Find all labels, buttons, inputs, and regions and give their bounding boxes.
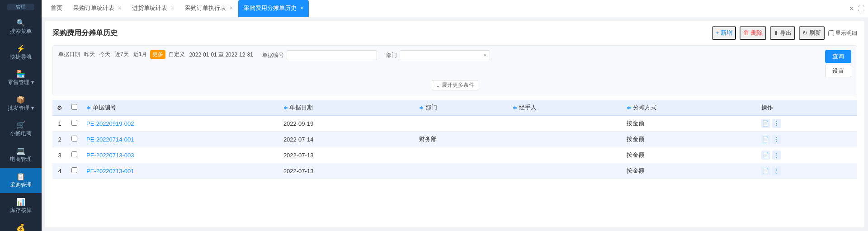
tab-close-icon[interactable]: × (300, 5, 303, 11)
page-title-row: 采购费用分摊单历史 + 新增 🗑 删除 ⬆ 导出 ↻ 刷新 显示明细 (52, 26, 857, 40)
settings-button[interactable]: 设置 (825, 65, 851, 77)
sidebar-item-批发管理[interactable]: 📦批发管理 ▾ (0, 91, 42, 117)
add-button[interactable]: + 新增 (712, 26, 736, 40)
sort-icon-dept[interactable]: ≑ (419, 104, 424, 111)
table-row: 2 PE-20220714-001 2022-07-14 财务部 按金额 📄 ⋮ (52, 132, 857, 147)
th-check (67, 100, 82, 116)
show-cols-label: 显示明细 (835, 29, 857, 37)
more-shortcut[interactable]: 更多 (150, 50, 165, 59)
sidebar-label: 小畅电商 (10, 130, 32, 137)
sidebar: 管理 🔍搜索菜单⚡快捷导航🏪零售管理 ▾📦批发管理 ▾🛒小畅电商💻电商管理📋采购… (0, 0, 42, 231)
th-gear[interactable]: ⚙ (52, 100, 67, 116)
date-shortcuts: 昨天 今天 近7天 近1月 更多 自定义 (83, 50, 186, 59)
more-action-icon[interactable]: ⋮ (772, 135, 781, 144)
action-icons: 📄 ⋮ (761, 135, 853, 144)
dept-cell (415, 163, 508, 179)
show-cols-checkbox-label[interactable]: 显示明细 (828, 29, 857, 37)
content-area: 采购费用分摊单历史 + 新增 🗑 删除 ⬆ 导出 ↻ 刷新 显示明细 单据日期 (45, 21, 864, 227)
action-cell: 📄 ⋮ (757, 132, 857, 147)
doc-no-link[interactable]: PE-20220714-001 (86, 136, 134, 143)
sidebar-item-采购管理[interactable]: 📋采购管理 (0, 168, 42, 193)
table-body: 1 PE-20220919-002 2022-09-19 按金额 📄 ⋮ 2 P… (52, 116, 857, 179)
query-button[interactable]: 查询 (825, 50, 851, 63)
more-action-icon[interactable]: ⋮ (772, 119, 781, 128)
sidebar-icon: 📊 (16, 198, 25, 206)
expand-more-button[interactable]: ⌄ 展开更多条件 (432, 80, 478, 90)
sidebar-item-资金管理[interactable]: 💰资金管理 (0, 219, 42, 231)
row-checkbox[interactable] (71, 151, 77, 157)
today-shortcut[interactable]: 今天 (98, 50, 112, 59)
sidebar-item-零售管理[interactable]: 🏪零售管理 ▾ (0, 65, 42, 91)
tab-采购订单执行表[interactable]: 采购订单执行表× (179, 0, 238, 17)
custom-shortcut[interactable]: 自定义 (167, 50, 186, 59)
doc-no-link[interactable]: PE-20220919-002 (86, 120, 134, 127)
edit-icon[interactable]: 📄 (761, 135, 770, 144)
doc-no-input[interactable] (287, 50, 377, 60)
more-action-icon[interactable]: ⋮ (772, 166, 781, 175)
sort-icon-handler[interactable]: ≑ (513, 104, 517, 111)
tab-进货单统计表[interactable]: 进货单统计表× (127, 0, 179, 17)
tab-label: 采购费用分摊单历史 (244, 4, 297, 12)
th-doc-date: ≑ 单据日期 (279, 100, 415, 116)
close-icon[interactable]: ✕ (849, 5, 854, 12)
edit-icon[interactable]: 📄 (761, 119, 770, 128)
tab-close-icon[interactable]: × (230, 5, 233, 11)
week-shortcut[interactable]: 近7天 (113, 50, 130, 59)
fullscreen-icon[interactable]: ⛶ (858, 5, 864, 12)
sidebar-item-搜索菜单[interactable]: 🔍搜索菜单 (0, 14, 42, 40)
edit-icon[interactable]: 📄 (761, 166, 770, 175)
dept-cell (415, 116, 508, 132)
tab-采购订单统计表[interactable]: 采购订单统计表× (68, 0, 127, 17)
filter-row: 单据日期 昨天 今天 近7天 近1月 更多 自定义 2022-01-01 至 2… (52, 45, 857, 95)
sidebar-item-快捷导航[interactable]: ⚡快捷导航 (0, 40, 42, 66)
month-shortcut[interactable]: 近1月 (132, 50, 149, 59)
sidebar-item-小畅电商[interactable]: 🛒小畅电商 (0, 116, 42, 142)
tab-close-icon[interactable]: × (171, 5, 174, 11)
main-area: 首页采购订单统计表×进货单统计表×采购订单执行表×采购费用分摊单历史× ✕ ⛶ … (42, 0, 868, 231)
tab-采购费用分摊单历史[interactable]: 采购费用分摊单历史× (238, 0, 309, 17)
sort-icon-split[interactable]: ≑ (627, 104, 631, 111)
tab-close-icon[interactable]: × (118, 5, 121, 11)
doc-date-cell: 2022-07-13 (279, 163, 415, 179)
table-row: 3 PE-20220713-003 2022-07-13 按金额 📄 ⋮ (52, 147, 857, 163)
dept-select[interactable]: 财务部 (400, 50, 490, 60)
sidebar-label: 搜索菜单 (10, 28, 32, 35)
sidebar-item-电商管理[interactable]: 💻电商管理 (0, 142, 42, 168)
doc-no-label: 单据编号 (262, 52, 284, 59)
tab-首页[interactable]: 首页 (45, 0, 68, 17)
sidebar-label: 快捷导航 (10, 54, 32, 61)
toolbar: + 新增 🗑 删除 ⬆ 导出 ↻ 刷新 显示明细 (712, 26, 857, 40)
delete-button[interactable]: 🗑 删除 (740, 26, 766, 40)
handler-cell (508, 132, 622, 147)
sidebar-item-库存核算[interactable]: 📊库存核算 (0, 193, 42, 219)
refresh-button[interactable]: ↻ 刷新 (799, 26, 825, 40)
row-checkbox[interactable] (71, 136, 77, 141)
handler-cell (508, 147, 622, 163)
th-split-method: ≑ 分摊方式 (622, 100, 756, 116)
more-action-icon[interactable]: ⋮ (772, 151, 781, 160)
table-row: 1 PE-20220919-002 2022-09-19 按金额 📄 ⋮ (52, 116, 857, 132)
edit-icon[interactable]: 📄 (761, 151, 770, 160)
sidebar-icon: 💻 (16, 146, 25, 155)
sort-icon-doc-no[interactable]: ≑ (86, 104, 91, 111)
row-checkbox[interactable] (71, 167, 77, 173)
doc-no-cell: PE-20220713-003 (82, 147, 279, 163)
show-cols-checkbox[interactable] (828, 30, 834, 36)
export-button[interactable]: ⬆ 导出 (770, 26, 796, 40)
tab-label: 采购订单执行表 (185, 4, 226, 12)
select-all-checkbox[interactable] (71, 104, 77, 110)
doc-no-link[interactable]: PE-20220713-001 (86, 168, 134, 174)
row-checkbox-cell (67, 163, 82, 179)
sort-icon-doc-date[interactable]: ≑ (283, 104, 288, 111)
split-method-cell: 按金额 (622, 116, 756, 132)
row-checkbox[interactable] (71, 120, 77, 126)
doc-date-cell: 2022-09-19 (279, 116, 415, 132)
doc-no-link[interactable]: PE-20220713-003 (86, 152, 134, 159)
action-cell: 📄 ⋮ (757, 116, 857, 132)
dept-select-wrapper: 财务部 (400, 50, 490, 60)
yesterday-shortcut[interactable]: 昨天 (83, 50, 96, 59)
th-dept: ≑ 部门 (415, 100, 508, 116)
data-table: ⚙ ≑ 单据编号 ≑ 单据日期 ≑ 部门 ≑ 经手人 ≑ 分摊方式 操作 1 P… (52, 100, 857, 179)
action-icons: 📄 ⋮ (761, 151, 853, 160)
dept-cell: 财务部 (415, 132, 508, 147)
